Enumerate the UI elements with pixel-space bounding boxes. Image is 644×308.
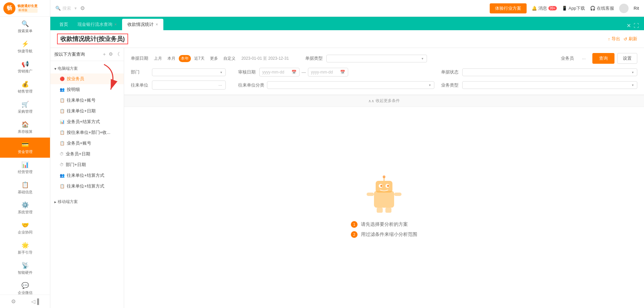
add-scheme-button[interactable]: ＋ [102,51,107,57]
tab-home[interactable]: 首页 [55,19,72,30]
panel-header-actions: ＋ ⚙ 《 [102,51,120,57]
settings-footer-btn[interactable]: ⚙ [11,298,16,305]
sidebar-item-search[interactable]: 🔍 搜索菜单 [0,17,50,37]
sidebar-item-enterprise[interactable]: 🤝 企业协同 [0,218,50,238]
svg-point-5 [380,185,382,187]
scheme-item-detail[interactable]: 👥 按明细 [50,84,124,95]
scheme-item-unit-settle2[interactable]: 📋 往来单位+结算方式 [50,181,124,192]
setting-button[interactable]: 设置 [617,53,637,64]
tab-close-all[interactable]: ✕ [627,22,631,29]
sidebar-item-wechat[interactable]: 💬 企业微信 [0,278,50,295]
unit-more-dots[interactable]: ··· [218,83,222,88]
audit-date-from[interactable]: yyyy-mm-dd 📅 [259,68,300,76]
export-button[interactable]: ↑ 导出 [608,36,621,42]
sidebar-item-basic[interactable]: 📋 基础信息 [0,178,50,198]
query-button[interactable]: 查询 [592,53,614,64]
sidebar-item-purchase[interactable]: 🛒 采购管理 [0,97,50,117]
biz-type-select[interactable]: ▾ [462,81,637,89]
scheme-item-unit-settle1[interactable]: 👥 往来单位+结算方式 [50,170,124,181]
scheme-item-unit-date[interactable]: 📋 往来单位+日期 [50,106,124,116]
scheme-item-salesman[interactable]: 🔴 按业务员 [50,73,124,84]
clipboard-icon: 📋 [21,181,29,189]
sidebar-item-quicknav[interactable]: ⚡ 快捷导航 [0,37,50,57]
sidebar-item-system[interactable]: ⚙️ 系统管理 [0,198,50,218]
bell-icon: 🔔 [532,6,537,11]
sidebar-item-marketing[interactable]: 📢 营销推广 [0,57,50,77]
mobile-section-title[interactable]: ▸ 移动端方案 [50,197,124,207]
table5-icon: 📋 [60,184,65,189]
settings-scheme-button[interactable]: ⚙ [109,51,113,57]
calendar2-icon: 📅 [340,70,345,74]
empty-steps: 1 请先选择要分析的方案 2 用过滤条件来缩小分析范围 [351,221,417,241]
service-action[interactable]: 🎧 在线客服 [590,5,614,11]
dept-select[interactable]: ▾ [152,68,226,76]
empty-illustration [364,174,404,214]
date-tab-custom[interactable]: 自定义 [221,55,237,62]
chevron-right-icon: ▸ [54,200,56,204]
sidebar-item-finance[interactable]: 💳 资金管理 [0,138,50,158]
chat-icon: 💬 [21,282,29,289]
sidebar-item-operation[interactable]: 📊 经营管理 [0,158,50,178]
export-icon: ↑ [608,37,610,42]
svg-point-6 [387,185,389,187]
date-tabs: 上月 本月 本年 近7天 更多 自定义 [152,55,237,62]
page-content: 收款情况统计(按业务员) ↑ 导出 ↺ 刷新 按以下方 [50,30,644,308]
tab-receipt-close[interactable]: × [156,22,158,27]
star-icon: 🌟 [21,242,29,249]
date-tab-last-month[interactable]: 上月 [152,55,164,62]
date-tab-this-month[interactable]: 本月 [165,55,177,62]
audit-date-to[interactable]: yyyy-mm-dd 📅 [308,68,348,76]
collapse-footer-btn[interactable]: ◁▐ [31,298,39,305]
download-action[interactable]: 📱 App下载 [562,5,585,11]
panel-header: 按以下方案查询 ＋ ⚙ 《 [50,48,124,61]
scheme-item-dept-date[interactable]: ⏱ 部门+日期 [50,159,124,170]
money-icon: 💰 [21,81,29,88]
tab-bank-close[interactable]: × [114,22,117,27]
dropdown-arrow[interactable]: ▾ [74,6,77,11]
scheme-item-salesman-date[interactable]: ⏱ 业务员+日期 [50,149,124,159]
trial-button[interactable]: 体验行业方案 [490,3,527,13]
top-header-left: 🔍 搜索 ▾ ⚙ [55,5,85,11]
notification-action[interactable]: 🔔 消息 99+ [532,5,557,11]
scheme-item-unit-dept[interactable]: 📋 按往来单位+部门+收... [50,127,124,138]
scheme-item-salesman-acct[interactable]: 📋 业务员+账号 [50,138,124,149]
sidebar-item-hardware[interactable]: 📡 智能硬件 [0,258,50,278]
doc-type-select[interactable]: ▾ [326,55,427,62]
active-dot-icon: 🔴 [60,76,65,81]
user-avatar[interactable] [619,4,629,13]
svg-rect-7 [367,193,374,196]
scheme-item-salesman-settle[interactable]: 📊 业务员+结算方式 [50,116,124,127]
tab-receipt[interactable]: 收款情况统计 × [122,19,163,30]
search-area[interactable]: 🔍 搜索 [55,5,71,11]
audit-date-label: 审核日期 [238,69,257,75]
tab-bank[interactable]: 现金银行流水查询 × [72,19,122,30]
table2-icon: 📋 [60,109,65,113]
svg-rect-9 [377,208,383,213]
tab-expand[interactable]: ⛶ [634,23,639,29]
cart-icon: 🛒 [21,101,29,108]
date-range-display: 2023-01-01 至 2023-12-31 [241,56,289,61]
status-chevron-down: ▾ [632,70,634,74]
desktop-section-title[interactable]: ▾ 电脑端方案 [50,64,124,73]
refresh-button[interactable]: ↺ 刷新 [624,36,637,42]
unit-select[interactable]: ··· [152,81,226,90]
unit-category-select[interactable]: ▾ [267,81,434,89]
sidebar-item-guide[interactable]: 🌟 新手引导 [0,238,50,258]
left-panel: 按以下方案查询 ＋ ⚙ 《 [50,48,124,308]
collapse-more-btn[interactable]: ∧∧ 收起更多条件 [124,95,644,106]
svg-rect-8 [394,193,401,196]
scheme-item-unit-account[interactable]: 📋 往来单位+账号 [50,95,124,106]
settings-icon[interactable]: ⚙ [80,5,85,11]
date-tab-this-year[interactable]: 本年 [179,55,191,62]
collapse-panel-button[interactable]: 《 [115,51,120,57]
sidebar-item-inventory[interactable]: 🏠 库存核算 [0,117,50,138]
doc-status-select[interactable]: ▾ [462,68,637,76]
salesman-more-btn[interactable]: ··· [582,56,586,61]
mobile-section: ▸ 移动端方案 [50,194,124,209]
chevron-down-icon: ▾ [54,66,56,71]
date-tab-7days[interactable]: 近7天 [192,55,207,62]
date-tab-more[interactable]: 更多 [208,55,220,62]
right-content: 单据日期 上月 本月 本年 近7天 更多 自定义 2023-01-01 至 20… [124,48,644,308]
handshake-icon: 🤝 [21,221,29,229]
sidebar-item-sales[interactable]: 💰 销售管理 [0,77,50,97]
